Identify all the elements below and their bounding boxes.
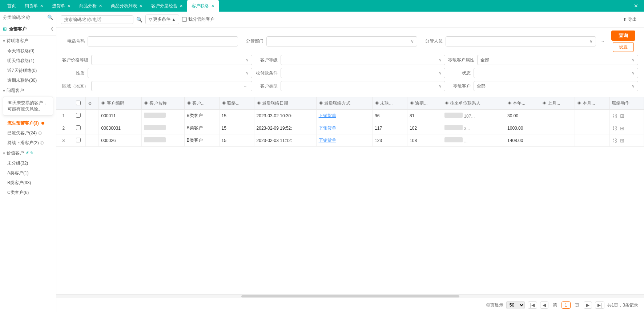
retail-cust-select[interactable]: 全部 ∨ (474, 81, 638, 91)
nature-select[interactable]: ∨ (88, 68, 252, 78)
my-customers-checkbox[interactable]: 我分管的客户 (182, 16, 214, 23)
tab-purchase-close[interactable]: ✕ (67, 4, 71, 8)
price-grade-select[interactable]: ∨ (91, 55, 252, 65)
row-empty (85, 122, 99, 134)
filter-row-1: 电话号码 分管部门 ∨ 分管人员 ∨ ··· (62, 31, 638, 52)
pagination-bar: 每页显示 50 100 200 |◀ ◀ 第 1 页 ▶ ▶| 共1页，3条记录 (56, 298, 644, 312)
my-customers-check[interactable] (182, 17, 187, 22)
person-select[interactable]: ∨ (446, 36, 596, 46)
sidebar-search-input[interactable] (3, 15, 46, 20)
row-name (142, 134, 185, 147)
tab-customer-contact-close[interactable]: ✕ (211, 4, 214, 8)
row-overdue: 81 (407, 110, 442, 122)
contact-method-link[interactable]: 下销货单 (319, 125, 336, 130)
export-button[interactable]: ⬆ 导出 (620, 15, 640, 24)
phone-input[interactable] (88, 36, 238, 46)
row-checkbox[interactable] (76, 125, 81, 130)
sidebar-item-overdue-contact[interactable]: 逾期未联络(30) (0, 76, 56, 85)
tab-customer-contact[interactable]: 客户联络 ✕ (187, 0, 219, 12)
chevron-down-icon-3: ∨ (246, 57, 249, 62)
table-settings-icon[interactable]: ⚙ (88, 101, 92, 106)
col-code: ◈ 客户编码 (99, 97, 142, 110)
tab-product-analysis-close[interactable]: ✕ (99, 4, 102, 8)
sidebar-item-tomorrow-contact[interactable]: 明天待联络(1) (0, 56, 56, 66)
action-link-icon[interactable]: ⛓ (612, 125, 617, 131)
region-select[interactable]: ··· (91, 81, 252, 91)
retail-attr-select[interactable]: 全部 ∨ (477, 55, 638, 65)
row-checkbox[interactable] (76, 138, 81, 142)
more-dots-2[interactable]: ··· (242, 84, 249, 89)
contact-method-link[interactable]: 下销货单 (319, 138, 336, 143)
sidebar-group-pending-contact[interactable]: ▾ 待联络客户 (0, 36, 56, 46)
next-page-button[interactable]: ▶ (584, 301, 592, 309)
sidebar-item-class-a[interactable]: A类客户(1) (0, 168, 56, 178)
action-link-icon[interactable]: ⛓ (612, 138, 617, 143)
last-page-button[interactable]: ▶| (595, 301, 604, 309)
query-button[interactable]: 查询 (611, 31, 635, 41)
filter-field-dept: 分管部门 ∨ (241, 36, 417, 46)
tab-home[interactable]: 首页 (3, 3, 20, 9)
collapse-icon[interactable]: 《 (49, 26, 53, 32)
refresh-icon[interactable]: ↺ (25, 151, 29, 155)
filter-row-3: 性质 ∨ 收付款条件 ∨ 状态 (62, 68, 638, 78)
scrollbar-thumb[interactable] (241, 295, 459, 297)
prev-page-button[interactable]: ◀ (540, 301, 548, 309)
more-dots-1[interactable]: ··· (599, 39, 605, 44)
col-index (56, 97, 71, 110)
sidebar-item-ungrouped[interactable]: 未分组(32) (0, 158, 56, 168)
content-area: 🔍 ▽ 更多条件 ▲ 我分管的客户 ⬆ 导出 电话号码 (56, 12, 644, 312)
tab-sales-close[interactable]: ✕ (40, 4, 43, 8)
main-layout: 🔍 ⊞ 全部客户 《 ▾ 待联络客户 今天待联络(0) 明天待联络(1) 近7天… (0, 12, 644, 312)
all-customers-item[interactable]: ⊞ 全部客户 《 (0, 23, 56, 36)
settings-button[interactable]: 设置 (613, 42, 634, 52)
tab-product-analysis-list-close[interactable]: ✕ (139, 4, 142, 8)
sidebar-item-churned[interactable]: 已流失客户(24) ⓘ (0, 128, 56, 138)
dept-select[interactable]: ∨ (266, 36, 417, 46)
search-button[interactable]: 🔍 (136, 17, 142, 23)
row-type: B类客户 (184, 134, 219, 147)
sidebar-item-class-c[interactable]: C类客户(6) (0, 188, 56, 198)
row-code: 000026 (99, 134, 142, 147)
first-page-button[interactable]: |◀ (528, 301, 537, 309)
tab-product-analysis[interactable]: 商品分析 ✕ (75, 0, 106, 12)
tab-customer-segments-close[interactable]: ✕ (180, 4, 183, 8)
row-action: ⛓ ⊞ (609, 122, 644, 134)
per-page-select[interactable]: 50 100 200 (506, 301, 525, 309)
sidebar-item-today-contact[interactable]: 今天待联络(0) (0, 46, 56, 56)
contact-method-link[interactable]: 下销货单 (319, 113, 336, 118)
sidebar-item-7days-contact[interactable]: 近7天待联络(0) (0, 66, 56, 76)
window-close-button[interactable]: ✕ (631, 3, 641, 9)
row-last-contact-method: 下销货单 (316, 110, 373, 122)
more-conditions-button[interactable]: ▽ 更多条件 ▲ (145, 15, 179, 24)
sidebar-group-value-customers[interactable]: ▾ 价值客户 ↺ ✎ (0, 148, 56, 158)
row-action: ⛓ ⊞ (609, 134, 644, 147)
tab-sales[interactable]: 销货单 ✕ (20, 0, 48, 12)
action-grid-icon[interactable]: ⊞ (620, 113, 624, 119)
sidebar-item-churn-warning[interactable]: 流失预警客户(3) (0, 118, 56, 128)
filter-field-region: 区域（地区） ··· (62, 81, 252, 91)
select-all-checkbox[interactable] (76, 101, 81, 105)
tab-customer-segments[interactable]: 客户分层经营 ✕ (147, 0, 187, 12)
col-settings[interactable]: ⚙ (85, 97, 99, 110)
payment-select[interactable]: ∨ (281, 68, 445, 78)
filter-label-phone: 电话号码 (62, 38, 88, 44)
tab-product-analysis-list[interactable]: 商品分析列表 ✕ (106, 0, 147, 12)
sidebar-item-declining[interactable]: 持续下滑客户(2) ⓘ (0, 138, 56, 148)
status-select[interactable]: ∨ (474, 68, 638, 78)
search-input[interactable] (61, 15, 133, 24)
tab-purchase[interactable]: 进货单 ✕ (48, 0, 75, 12)
cust-grade-select[interactable]: ∨ (281, 55, 445, 65)
action-grid-icon[interactable]: ⊞ (620, 138, 624, 143)
row-overdue: 102 (407, 122, 442, 134)
row-code: 00030031 (99, 122, 142, 134)
horizontal-scrollbar[interactable] (56, 294, 644, 298)
row-checkbox-cell (71, 110, 85, 122)
cust-type-select[interactable]: ∨ (281, 81, 445, 91)
row-checkbox[interactable] (76, 113, 81, 118)
action-grid-icon[interactable]: ⊞ (620, 125, 624, 131)
arrow-down-icon-2: ▾ (3, 88, 5, 93)
edit-icon[interactable]: ✎ (30, 151, 33, 155)
sidebar-group-problem-customers[interactable]: ▾ 问题客户 (0, 85, 56, 96)
action-link-icon[interactable]: ⛓ (612, 113, 617, 119)
sidebar-item-class-b[interactable]: B类客户(33) (0, 178, 56, 188)
